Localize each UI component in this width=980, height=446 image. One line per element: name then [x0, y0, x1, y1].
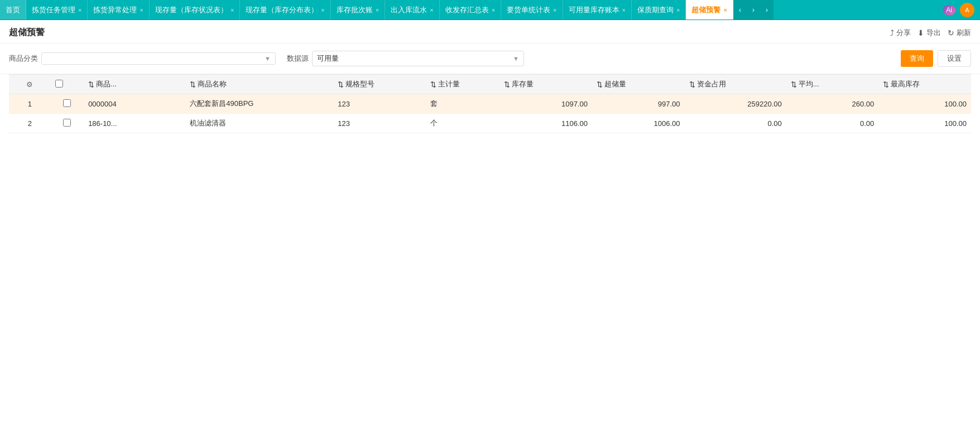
nav-item-home[interactable]: 首页 — [0, 0, 26, 20]
th-spec-text: 规格型号 — [345, 79, 374, 89]
query-button[interactable]: 查询 — [901, 50, 933, 67]
settings-button[interactable]: 设置 — [938, 50, 971, 67]
th-name[interactable]: ⇅ 商品名称 — [185, 75, 333, 94]
nav-close-available[interactable]: × — [622, 7, 626, 13]
refresh-icon: ↻ — [948, 28, 954, 37]
share-button[interactable]: ⤴ 分享 — [890, 28, 911, 38]
th-stock-text: 库存量 — [512, 79, 534, 89]
row2-maxstock: 100.00 — [878, 114, 971, 133]
nav-close-overflow[interactable]: × — [723, 7, 727, 13]
nav-close-batch[interactable]: × — [376, 7, 379, 13]
nav-label-exception: 拣货异常处理 — [93, 5, 137, 15]
th-spec[interactable]: ⇅ 规格型号 — [333, 75, 426, 94]
table-header-row: ⚙ ⇅ 商品... ⇅ 商品名称 — [9, 75, 971, 94]
th-overflow-sort-icon: ⇅ — [597, 80, 603, 89]
nav-label-task: 拣货任务管理 — [32, 5, 75, 15]
th-maxstock-text: 最高库存 — [891, 79, 920, 89]
page-title: 超储预警 — [9, 27, 45, 38]
export-label: 导出 — [926, 28, 941, 38]
row2-stock: 1106.00 — [499, 114, 592, 133]
user-avatar[interactable]: A — [960, 3, 974, 17]
category-label: 商品分类 — [9, 54, 38, 64]
nav-close-stock-status[interactable]: × — [230, 7, 234, 13]
nav-close-stock-dist[interactable]: × — [321, 7, 324, 13]
nav-close-task[interactable]: × — [78, 7, 81, 13]
row2-spec: 123 — [333, 114, 426, 133]
nav-item-exception[interactable]: 拣货异常处理 × — [88, 0, 149, 20]
ai-badge[interactable]: Ai — [943, 5, 955, 15]
th-stock[interactable]: ⇅ 库存量 — [499, 75, 592, 94]
th-unit-sort-icon: ⇅ — [430, 80, 436, 89]
share-icon: ⤴ — [890, 28, 894, 37]
datasource-select[interactable]: 可用量 ▼ — [312, 51, 524, 66]
filter-actions: 查询 设置 — [901, 50, 971, 67]
nav-prev-arrow[interactable]: ‹ — [733, 0, 747, 20]
th-unit[interactable]: ⇅ 主计量 — [426, 75, 499, 94]
th-avg-text: 平均... — [799, 79, 819, 89]
filter-area: 商品分类 ▼ 数据源 可用量 ▼ 查询 设置 — [0, 43, 980, 74]
th-avg[interactable]: ⇅ 平均... — [786, 75, 879, 94]
th-capital[interactable]: ⇅ 资金占用 — [685, 75, 786, 94]
select-all-checkbox[interactable] — [55, 80, 63, 88]
nav-close-flow[interactable]: × — [430, 7, 433, 13]
row1-stock: 1097.00 — [499, 94, 592, 114]
row1-overflow: 997.00 — [592, 94, 685, 114]
export-button[interactable]: ⬇ 导出 — [917, 28, 941, 38]
th-overflow[interactable]: ⇅ 超储量 — [592, 75, 685, 94]
category-select[interactable]: ▼ — [41, 52, 276, 65]
export-icon: ⬇ — [917, 28, 924, 37]
th-name-text: 商品名称 — [198, 79, 227, 89]
row2-check-cell — [51, 114, 84, 133]
column-settings-icon[interactable]: ⚙ — [13, 80, 46, 89]
nav-close-exception[interactable]: × — [140, 7, 143, 13]
row1-capital: 259220.00 — [685, 94, 786, 114]
top-nav: 首页 拣货任务管理 × 拣货异常处理 × 现存量（库存状况表） × 现存量（库存… — [0, 0, 980, 20]
th-spec-sort-icon: ⇅ — [338, 80, 344, 89]
th-code[interactable]: ⇅ 商品... — [84, 75, 185, 94]
nav-item-stock-dist[interactable]: 现存量（库存分布表） × — [240, 0, 330, 20]
th-code-text: 商品... — [96, 79, 117, 89]
nav-item-order-stats[interactable]: 要货单统计表 × — [501, 0, 563, 20]
nav-item-batch[interactable]: 库存批次账 × — [331, 0, 385, 20]
nav-item-available[interactable]: 可用量库存账本 × — [563, 0, 632, 20]
th-avg-sort-icon: ⇅ — [791, 80, 797, 89]
nav-more-arrow[interactable]: › — [760, 0, 774, 20]
nav-item-flow[interactable]: 出入库流水 × — [385, 0, 439, 20]
nav-close-expiry[interactable]: × — [676, 7, 680, 13]
table-row: 1 0000004 六配套新昌490BPG 123 套 1097.00 997.… — [9, 94, 971, 114]
refresh-button[interactable]: ↻ 刷新 — [948, 28, 971, 38]
row2-unit: 个 — [426, 114, 499, 133]
row2-capital: 0.00 — [685, 114, 786, 133]
table-container: ⚙ ⇅ 商品... ⇅ 商品名称 — [0, 74, 980, 133]
row2-checkbox[interactable] — [63, 119, 71, 127]
row1-maxstock: 100.00 — [878, 94, 971, 114]
row1-name: 六配套新昌490BPG — [185, 94, 333, 114]
header-actions: ⤴ 分享 ⬇ 导出 ↻ 刷新 — [890, 28, 971, 38]
nav-label-expiry: 保质期查询 — [637, 5, 674, 15]
datasource-chevron-icon: ▼ — [513, 55, 519, 62]
th-unit-text: 主计量 — [438, 79, 460, 89]
nav-label-overflow: 超储预警 — [691, 5, 720, 15]
nav-item-task[interactable]: 拣货任务管理 × — [26, 0, 88, 20]
nav-label-flow: 出入库流水 — [391, 5, 427, 15]
datasource-label: 数据源 — [287, 54, 309, 64]
nav-close-order-stats[interactable]: × — [553, 7, 556, 13]
row1-avg: 260.00 — [786, 94, 879, 114]
nav-item-summary[interactable]: 收发存汇总表 × — [440, 0, 501, 20]
row1-code: 0000004 — [84, 94, 185, 114]
nav-item-expiry[interactable]: 保质期查询 × — [632, 0, 686, 20]
row1-index: 1 — [9, 94, 51, 114]
top-right-area: Ai A — [937, 3, 980, 17]
row1-checkbox[interactable] — [63, 99, 71, 107]
table-row: 2 186-10... 机油滤清器 123 个 1106.00 1006.00 … — [9, 114, 971, 133]
nav-next-arrow[interactable]: › — [747, 0, 760, 20]
row2-overflow: 1006.00 — [592, 114, 685, 133]
nav-item-stock-status[interactable]: 现存量（库存状况表） × — [150, 0, 240, 20]
row1-unit: 套 — [426, 94, 499, 114]
nav-close-summary[interactable]: × — [492, 7, 495, 13]
th-maxstock[interactable]: ⇅ 最高库存 — [878, 75, 971, 94]
data-table: ⚙ ⇅ 商品... ⇅ 商品名称 — [9, 74, 971, 133]
row1-check-cell — [51, 94, 84, 114]
nav-item-overflow[interactable]: 超储预警 × — [686, 0, 733, 20]
th-gear: ⚙ — [9, 75, 51, 94]
